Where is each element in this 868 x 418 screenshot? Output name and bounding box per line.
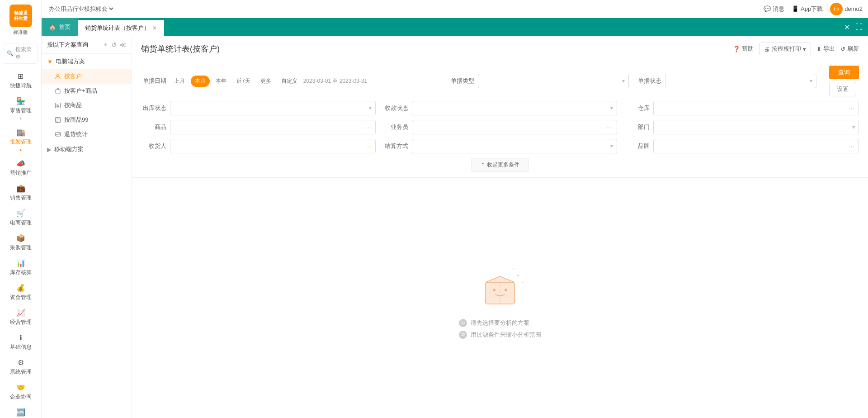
goods-icon	[54, 102, 61, 109]
tab-close-window-action[interactable]: ✕	[842, 21, 852, 33]
receipt-status-select[interactable]: ▾	[412, 101, 618, 115]
message-icon: 💬	[764, 5, 771, 12]
goods-select[interactable]: ···	[170, 120, 376, 134]
date-label: 单据日期	[141, 77, 166, 85]
chevron-up-icon: ▴	[19, 147, 22, 152]
refresh-label: 刷新	[847, 45, 859, 53]
date-btn-more[interactable]: 更多	[256, 76, 275, 87]
receipt-status-label: 收款状态	[383, 104, 408, 112]
dept-select[interactable]: ▾	[653, 120, 859, 134]
sidebar-item-guide[interactable]: 🆕 新手引导	[0, 404, 41, 418]
date-btn-last-month[interactable]: 上月	[170, 76, 189, 87]
breadcrumb-select[interactable]: 办公用品行业模拟账套	[47, 5, 115, 13]
sidebar-item-operation[interactable]: 📈 经营管理	[0, 305, 41, 330]
svg-point-12	[513, 268, 514, 269]
print-button[interactable]: 🖨 按模板打印 ▾	[759, 43, 811, 55]
sidebar-item-marketing[interactable]: 📣 营销推广	[0, 156, 41, 180]
filter-row-2: 出库状态 ▾ 收款状态 ▾ 仓库	[141, 101, 859, 115]
export-action[interactable]: ⬆ 导出	[816, 45, 835, 53]
date-btn-this-month[interactable]: 本月	[191, 76, 210, 87]
query-button[interactable]: 查询	[829, 66, 859, 79]
help-icon: ❓	[733, 46, 740, 52]
brand-select[interactable]: ···	[653, 139, 859, 153]
scheme-group-desktop-header[interactable]: ▼ 电脑端方案	[42, 54, 132, 69]
cooperation-icon: 🤝	[16, 383, 25, 392]
date-btn-7days[interactable]: 近7天	[232, 76, 255, 87]
tab-sales-stat[interactable]: 销货单统计表（按客户） ✕	[78, 20, 164, 36]
svg-point-11	[517, 275, 519, 276]
add-scheme-icon[interactable]: ＋	[102, 41, 108, 49]
sidebar-item-label: 企业协同	[10, 393, 32, 401]
user-goods-icon	[54, 87, 61, 95]
scheme-item-label: 按商品	[64, 101, 82, 109]
group-arrow-icon: ▼	[47, 58, 53, 65]
scheme-item-return[interactable]: 退货统计	[42, 127, 132, 142]
filter-row-3: 商品 ··· 业务员 ··· 部门	[141, 120, 859, 134]
page-header: 销货单统计表(按客户) ❓ 帮助 🖨 按模板打印 ▾ ⬆ 导出	[132, 36, 868, 60]
sidebar-item-system[interactable]: ⚙ 系统管理	[0, 355, 41, 380]
sidebar-item-label: 营销推广	[10, 169, 32, 177]
sidebar-search-section: 🔍 搜索菜单	[0, 40, 41, 66]
chevron-down-icon: ▾	[852, 124, 855, 130]
filter-goods-item: 商品 ···	[141, 120, 376, 134]
sidebar-item-quick-nav[interactable]: ⊞ 快捷导航	[0, 68, 41, 93]
scheme-item-goods99[interactable]: 按商品99	[42, 113, 132, 127]
scheme-group-mobile: ▶ 移动端方案	[42, 142, 132, 157]
scheme-item-customer-goods[interactable]: 按客户+商品	[42, 84, 132, 98]
logo[interactable]: 畅捷通好生意 标准版	[0, 0, 41, 40]
consignee-label: 收货人	[141, 142, 166, 150]
sidebar-item-label: 系统管理	[10, 368, 32, 376]
user-label: demo2	[844, 5, 863, 12]
sidebar-item-wholesale[interactable]: 🏬 批发管理 ▴	[0, 124, 41, 156]
marketing-icon: 📣	[16, 159, 25, 168]
doc-type-select[interactable]: ▾	[478, 74, 629, 88]
out-status-select[interactable]: ▾	[170, 101, 376, 115]
sidebar-item-basic[interactable]: ℹ 基础信息	[0, 330, 41, 355]
date-btn-custom[interactable]: 自定义	[277, 76, 302, 87]
sidebar-item-purchase[interactable]: 📦 采购管理	[0, 230, 41, 255]
date-quick-buttons: 上月 本月 本年 近7天 更多 自定义	[170, 76, 302, 87]
app-download-action[interactable]: 📱 App下载	[792, 5, 823, 13]
salesperson-select[interactable]: ···	[412, 120, 618, 134]
app-download-label: App下载	[801, 5, 823, 13]
messages-action[interactable]: 💬 消息	[764, 5, 784, 13]
scheme-panel: 按以下方案查询 ＋ ↺ ≪ ▼ 电脑端方案	[42, 36, 132, 418]
filter-dept-item: 部门 ▾	[624, 120, 859, 134]
doc-status-select[interactable]: ▾	[665, 74, 816, 88]
sidebar-item-cooperation[interactable]: 🤝 企业协同	[0, 380, 41, 404]
sidebar-item-retail[interactable]: 🏪 零售管理 ▾	[0, 93, 41, 124]
tab-maximize-action[interactable]: ⛶	[854, 21, 864, 33]
help-action[interactable]: ❓ 帮助	[733, 45, 754, 53]
scheme-group-mobile-header[interactable]: ▶ 移动端方案	[42, 142, 132, 157]
chevron-down-icon: ▾	[19, 116, 22, 121]
scheme-item-by-goods[interactable]: 按商品	[42, 98, 132, 113]
sidebar-item-finance[interactable]: 💰 资金管理	[0, 280, 41, 305]
payment-select[interactable]: ▾	[412, 139, 618, 153]
svg-point-10	[505, 289, 507, 291]
print-icon: 🖨	[764, 46, 770, 52]
date-btn-this-year[interactable]: 本年	[212, 76, 231, 87]
collapse-button[interactable]: ⌃ 收起更多条件	[471, 158, 529, 172]
collapse-section: ⌃ 收起更多条件	[141, 158, 859, 172]
sidebar-item-ecommerce[interactable]: 🛒 电商管理	[0, 205, 41, 230]
warehouse-select[interactable]: ···	[653, 101, 859, 115]
tab-home[interactable]: 🏠 首页	[42, 18, 78, 36]
sidebar-item-label: 库存核算	[10, 269, 32, 276]
basic-icon: ℹ	[19, 333, 22, 342]
collapse-panel-icon[interactable]: ≪	[119, 41, 126, 48]
user-action[interactable]: Ea demo2	[830, 3, 863, 15]
dots-icon: ···	[365, 143, 372, 150]
empty-tips: ① 请先选择要分析的方案 ② 用过滤条件来缩小分析范围	[459, 319, 541, 339]
sidebar-item-sales[interactable]: 💼 销售管理	[0, 180, 41, 205]
sidebar-item-label: 基础信息	[10, 343, 32, 351]
empty-tip-2-text: 用过滤条件来缩小分析范围	[471, 331, 541, 339]
retail-icon: 🏪	[16, 97, 25, 105]
consignee-select[interactable]: ···	[170, 139, 376, 153]
tab-close-icon[interactable]: ✕	[152, 25, 157, 31]
settings-button[interactable]: 设置	[829, 82, 856, 96]
sidebar-item-inventory[interactable]: 📊 库存核算	[0, 255, 41, 280]
search-menu-button[interactable]: 🔍 搜索菜单	[4, 43, 38, 64]
refresh-scheme-icon[interactable]: ↺	[111, 41, 117, 48]
scheme-item-by-customer[interactable]: 按客户	[42, 69, 132, 84]
refresh-action[interactable]: ↺ 刷新	[840, 45, 859, 53]
